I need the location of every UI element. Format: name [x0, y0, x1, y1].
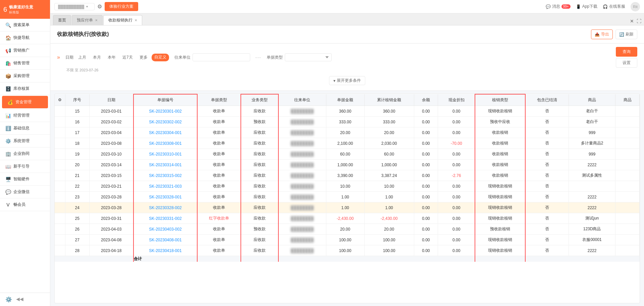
sidebar-item-inventory[interactable]: 🗄️ 库存核算: [0, 82, 50, 95]
date-btn-this-month[interactable]: 本月: [90, 54, 104, 61]
user-avatar[interactable]: Rit: [631, 2, 640, 11]
data-table-container[interactable]: ⚙ 序号 日期 单据编号 单据类型 业务类型 往来单位 单据金额 累计核销金额 …: [54, 94, 640, 303]
cell-receipt-no[interactable]: SK-20230418-001: [133, 245, 197, 256]
cell-receipt-no[interactable]: SK-20230328-002: [133, 202, 197, 213]
cell-receipt-no[interactable]: SK-20230403-002: [133, 224, 197, 235]
filter-collapse-icon[interactable]: »: [57, 54, 60, 60]
maximize-icon[interactable]: ⛶: [637, 18, 641, 24]
workspace-selector[interactable]: ██████████ ▾: [54, 3, 95, 10]
collapse-icon[interactable]: ◀◀: [16, 296, 23, 303]
topbar-settings-icon[interactable]: ⚙: [97, 3, 102, 10]
cell-receipt-no-link[interactable]: SK-20230408-001: [149, 238, 181, 242]
cell-receipt-no-link[interactable]: SK-20230315-002: [149, 173, 181, 178]
sidebar-item-search[interactable]: 🔍 搜索菜单: [0, 19, 50, 32]
footer-receipt-type: [197, 256, 241, 262]
sidebar-item-quick-nav[interactable]: 🏠 快捷导航: [0, 32, 50, 44]
cell-receipt-no-link[interactable]: SK-20230403-002: [149, 227, 181, 232]
sidebar-item-member[interactable]: V 畅会员: [0, 198, 50, 211]
settings-icon[interactable]: ⚙️: [5, 296, 12, 303]
filter-settings-button[interactable]: 设置: [616, 58, 637, 68]
tab-home[interactable]: 首页: [53, 15, 71, 25]
cell-receipt-no-link[interactable]: SK-20230314-001: [149, 163, 181, 167]
date-btn-last-month[interactable]: 上月: [75, 54, 89, 61]
cell-receipt-no[interactable]: SK-20230408-001: [133, 235, 197, 245]
cell-amount: 60.00: [326, 149, 364, 160]
cell-receipt-no-link[interactable]: SK-20230331-002: [149, 216, 181, 221]
sidebar-item-marketing[interactable]: 📢 营销推广: [0, 44, 50, 57]
table-row[interactable]: 202023-03-14SK-20230314-001收款单应收款███████…: [55, 160, 640, 170]
cell-receipt-no[interactable]: SK-20230301-002: [133, 106, 197, 117]
cell-counterpart: ████████: [278, 213, 326, 224]
solution-button[interactable]: 体验行业方案: [105, 2, 138, 11]
expand-conditions-btn[interactable]: ▾ 展开更多条件: [329, 76, 365, 85]
table-row[interactable]: 252023-03-31SK-20230331-002红字收款单应收款█████…: [55, 213, 640, 224]
date-btn-this-year[interactable]: 本年: [105, 54, 118, 61]
message-btn[interactable]: 💬 消息 99+: [546, 4, 571, 9]
cell-receipt-no[interactable]: SK-20230308-001: [133, 138, 197, 149]
tab-prepay[interactable]: 预应付单 ✕: [72, 15, 103, 25]
sidebar-item-corp[interactable]: 🏢 企业协同: [0, 147, 50, 160]
tab-collection[interactable]: 收款核销执行 ✕: [103, 15, 142, 25]
refresh-button[interactable]: 🔄 刷新: [615, 29, 637, 39]
table-row[interactable]: 152023-03-01SK-20230301-002收款单应收款███████…: [55, 106, 640, 117]
sidebar-item-basic[interactable]: ℹ️ 基础信息: [0, 122, 50, 135]
sidebar-item-sales[interactable]: 🛍️ 销售管理: [0, 57, 50, 70]
table-row[interactable]: 242023-03-28SK-20230328-002收款单应收款███████…: [55, 202, 640, 213]
cell-amount: 100.00: [326, 245, 364, 256]
cell-receipt-no-link[interactable]: SK-20230418-001: [149, 248, 181, 253]
collection-tab-close[interactable]: ✕: [135, 18, 137, 22]
cell-receipt-no-link[interactable]: SK-20230301-002: [149, 109, 181, 114]
app-download-btn[interactable]: 📱 App下载: [576, 4, 597, 9]
table-row[interactable]: 272023-04-08SK-20230408-001收款单应收款███████…: [55, 235, 640, 245]
cell-receipt-no[interactable]: SK-20230328-001: [133, 192, 197, 202]
table-row[interactable]: 282023-04-18SK-20230418-001收款单应收款███████…: [55, 245, 640, 256]
cell-cash-discount: 0.00: [438, 235, 475, 245]
receipt-type-select[interactable]: 收款单 红字收款单: [285, 53, 332, 61]
table-row[interactable]: 232023-03-28SK-20230328-001收款单应收款███████…: [55, 192, 640, 202]
guide-icon: 📖: [5, 164, 11, 169]
cell-receipt-no-link[interactable]: SK-20230302-002: [149, 120, 181, 124]
prepay-tab-close[interactable]: ✕: [95, 18, 98, 22]
table-row[interactable]: 172023-03-04SK-20230304-001收款单应收款███████…: [55, 127, 640, 138]
sidebar-item-business[interactable]: 📊 经营管理: [0, 109, 50, 122]
cell-receipt-no-link[interactable]: SK-20230328-002: [149, 205, 181, 210]
date-btn-7days[interactable]: 近7天: [120, 54, 136, 61]
cell-receipt-no[interactable]: SK-20230315-002: [133, 170, 197, 181]
sidebar-item-wechat[interactable]: 💬 企业微信: [0, 186, 50, 198]
cell-receipt-no-link[interactable]: SK-20230308-001: [149, 141, 181, 146]
cell-receipt-no-link[interactable]: SK-20230310-001: [149, 152, 181, 157]
cell-receipt-no[interactable]: SK-20230310-001: [133, 149, 197, 160]
table-row[interactable]: 162023-03-02SK-20230302-002收款单预收款███████…: [55, 117, 640, 127]
export-button[interactable]: 📤 导出: [591, 29, 613, 39]
cell-receipt-no[interactable]: SK-20230314-001: [133, 160, 197, 170]
date-btn-custom[interactable]: 自定义: [152, 54, 169, 61]
online-service-btn[interactable]: 🎧 在线客服: [603, 4, 625, 9]
table-row[interactable]: 212023-03-15SK-20230315-002收款单应收款███████…: [55, 170, 640, 181]
cell-receipt-no[interactable]: SK-20230321-003: [133, 181, 197, 192]
table-row[interactable]: 182023-03-08SK-20230308-001收款单应收款███████…: [55, 138, 640, 149]
cell-receipt-no[interactable]: SK-20230304-001: [133, 127, 197, 138]
cell-gear: [55, 245, 65, 256]
sidebar-item-finance[interactable]: 💰 资金管理: [2, 96, 48, 109]
table-row[interactable]: 192023-03-10SK-20230310-001收款单应收款███████…: [55, 149, 640, 160]
cell-receipt-no-link[interactable]: SK-20230328-001: [149, 195, 181, 199]
cell-receipt-no-link[interactable]: SK-20230321-003: [149, 184, 181, 189]
sidebar-item-purchase[interactable]: 📦 采购管理: [0, 70, 50, 82]
table-row[interactable]: 262023-04-03SK-20230403-002收款单预收款███████…: [55, 224, 640, 235]
query-button[interactable]: 查询: [616, 47, 637, 57]
cell-receipt-no[interactable]: SK-20230331-002: [133, 213, 197, 224]
counterpart-input[interactable]: [193, 53, 250, 61]
cell-include-settled: 否: [525, 117, 569, 127]
sidebar-item-guide[interactable]: 📖 新手引导: [0, 160, 50, 173]
cell-biz-type: 应收款: [241, 202, 278, 213]
table-row[interactable]: 222023-03-21SK-20230321-003收款单应收款███████…: [55, 181, 640, 192]
cell-receipt-no-link[interactable]: SK-20230304-001: [149, 130, 181, 135]
service-label: 在线客服: [609, 4, 625, 9]
col-header-gear[interactable]: ⚙: [55, 94, 65, 106]
close-all-icon[interactable]: ✕: [630, 18, 634, 24]
sidebar-item-system[interactable]: ⚙️ 系统管理: [0, 135, 50, 147]
sidebar-item-hardware[interactable]: 🖥️ 智能硬件: [0, 173, 50, 186]
cell-receipt-no[interactable]: SK-20230302-002: [133, 117, 197, 127]
col-header-cancel-type: 核销类型: [475, 94, 525, 106]
date-btn-more[interactable]: 更多: [137, 54, 150, 61]
